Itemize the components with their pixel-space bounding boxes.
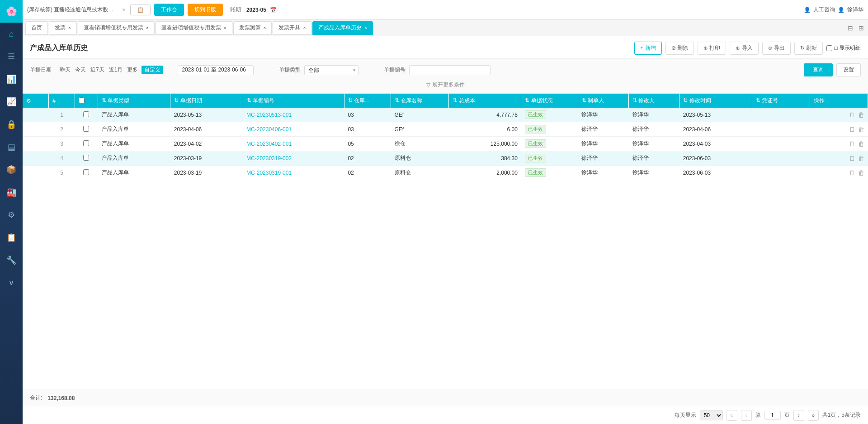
type-filter-select[interactable]: 全部 产品入库单 xyxy=(304,65,359,75)
prev-page-button[interactable]: ‹ xyxy=(741,410,752,421)
row-edit-icon[interactable]: 🗒 xyxy=(849,126,855,133)
tab-home[interactable]: 首页 xyxy=(25,21,48,35)
th-check[interactable] xyxy=(75,94,98,108)
tab-sales-close[interactable]: × xyxy=(146,25,149,30)
sidebar-item-home[interactable]: ⌂ xyxy=(0,23,23,45)
row-delete-icon[interactable]: 🗑 xyxy=(858,155,864,162)
row-check-cell[interactable] xyxy=(75,108,98,122)
th-date[interactable]: ⇅ 单据日期 xyxy=(170,94,243,108)
sidebar-item-stamp[interactable]: 📋 xyxy=(0,226,23,249)
shortcut-custom[interactable]: 自定义 xyxy=(142,66,163,74)
workbench-button[interactable]: 工作台 xyxy=(154,4,184,16)
row-code-cell[interactable]: MC-20230402-001 xyxy=(243,137,344,151)
expand-more-row[interactable]: ▽ 展开更多条件 xyxy=(30,79,861,89)
row-edit-icon[interactable]: 🗒 xyxy=(849,140,855,148)
tab-calc-close[interactable]: × xyxy=(264,25,266,30)
export-button[interactable]: ⊕ 导出 xyxy=(762,42,791,55)
per-page-select[interactable]: 20 50 100 xyxy=(700,410,723,420)
sidebar-item-version[interactable]: V xyxy=(0,272,23,294)
tab-invoice[interactable]: 发票 × xyxy=(49,21,77,35)
tab-invoice-calc[interactable]: 发票测算 × xyxy=(233,21,272,35)
import-button[interactable]: ⊕ 导入 xyxy=(730,42,758,55)
th-code[interactable]: ⇅ 单据编号 xyxy=(243,94,344,108)
th-status[interactable]: ⇅ 单据状态 xyxy=(521,94,578,108)
row-code-cell[interactable]: MC-20230513-001 xyxy=(243,108,344,122)
row-delete-icon[interactable]: 🗑 xyxy=(858,111,864,119)
print-button[interactable]: ⊕ 打印 xyxy=(698,42,726,55)
sidebar-item-tool[interactable]: 🔧 xyxy=(0,249,23,272)
sidebar-item-doc[interactable]: ☰ xyxy=(0,45,23,68)
tab-product-history[interactable]: 产成品入库单历史 × xyxy=(312,21,373,35)
query-button[interactable]: 查询 xyxy=(804,63,833,76)
row-delete-icon[interactable]: 🗑 xyxy=(858,126,864,133)
show-detail-checkbox[interactable] xyxy=(826,45,832,51)
row-edit-icon[interactable]: 🗒 xyxy=(849,111,855,119)
th-creator[interactable]: ⇅ 制单人 xyxy=(578,94,628,108)
row-check-cell[interactable] xyxy=(75,151,98,166)
menu-icon: ▤ xyxy=(8,142,15,152)
window-maximize-button[interactable]: ⊞ xyxy=(857,24,865,32)
row-check-cell[interactable] xyxy=(75,137,98,151)
tab-invoice-calc-label: 发票测算 xyxy=(239,24,261,32)
row-code-cell[interactable]: MC-20230406-001 xyxy=(243,122,344,137)
last-page-button[interactable]: » xyxy=(808,410,819,421)
tab-invoice-close[interactable]: × xyxy=(68,25,71,30)
row-edit-icon[interactable]: 🗒 xyxy=(849,169,855,176)
th-type[interactable]: ⇅ 单据类型 xyxy=(98,94,170,108)
shortcut-7days[interactable]: 近7天 xyxy=(90,66,105,74)
row-checkbox[interactable] xyxy=(83,155,89,161)
row-checkbox[interactable] xyxy=(83,140,89,146)
refresh-button[interactable]: ↻ 刷新 xyxy=(794,42,823,55)
shortcut-1month[interactable]: 近1月 xyxy=(108,66,124,74)
code-filter-input[interactable] xyxy=(409,65,491,75)
th-modify-time[interactable]: ⇅ 修改时间 xyxy=(679,94,752,108)
row-checkbox[interactable] xyxy=(83,111,89,117)
sidebar-item-product[interactable]: 🏭 xyxy=(0,181,23,204)
th-modifier[interactable]: ⇅ 修改人 xyxy=(629,94,679,108)
tab-sales-invoice[interactable]: 查看销项增值税专用发票 × xyxy=(78,21,155,35)
tab-history-close[interactable]: × xyxy=(364,25,367,30)
tab-open-close[interactable]: × xyxy=(303,25,306,30)
help-label[interactable]: 人工咨询 xyxy=(813,6,835,14)
th-total[interactable]: ⇅ 总成本 xyxy=(449,94,521,108)
th-settings[interactable]: ⚙ xyxy=(23,94,49,108)
row-check-cell[interactable] xyxy=(75,122,98,137)
th-warehouse-name[interactable]: ⇅ 仓库名称 xyxy=(391,94,449,108)
row-delete-icon[interactable]: 🗑 xyxy=(858,140,864,148)
show-detail-checkbox-label[interactable]: □ 显示明细 xyxy=(826,44,861,52)
setting-button[interactable]: 设置 xyxy=(836,63,861,76)
row-code-cell[interactable]: MC-20230319-001 xyxy=(243,166,344,180)
row-edit-icon[interactable]: 🗒 xyxy=(849,155,855,162)
tab-purchase-close[interactable]: × xyxy=(224,25,226,30)
tab-invoice-open[interactable]: 发票开具 × xyxy=(273,21,311,35)
th-warehouse-id[interactable]: ⇅ 仓库... xyxy=(344,94,391,108)
row-check-cell[interactable] xyxy=(75,166,98,180)
shortcut-yesterday[interactable]: 昨天 xyxy=(59,66,71,74)
doc-copy-button[interactable]: 📋 xyxy=(130,5,151,15)
delete-button[interactable]: ⊘ 删除 xyxy=(665,42,694,55)
new-button[interactable]: + 新增 xyxy=(634,42,661,55)
sidebar-item-analyze[interactable]: 📈 xyxy=(0,91,23,113)
sidebar-item-settings[interactable]: ⚙ xyxy=(0,204,23,226)
switch-old-button[interactable]: 切到旧版 xyxy=(188,4,223,16)
row-delete-icon[interactable]: 🗑 xyxy=(858,169,864,176)
shortcut-more[interactable]: 更多 xyxy=(126,66,139,74)
th-voucher[interactable]: ⇅ 凭证号 xyxy=(752,94,810,108)
next-page-button[interactable]: › xyxy=(793,410,804,421)
window-minimize-button[interactable]: ⊟ xyxy=(846,24,854,32)
sidebar-item-lock[interactable]: 🔒 xyxy=(0,113,23,136)
date-range-input[interactable] xyxy=(178,65,254,75)
sidebar-item-inventory[interactable]: 📦 xyxy=(0,158,23,181)
app-logo[interactable]: 🌸 xyxy=(0,0,23,23)
sidebar-item-chart[interactable]: 📊 xyxy=(0,68,23,91)
calendar-icon[interactable]: 📅 xyxy=(270,7,277,13)
row-checkbox[interactable] xyxy=(83,126,89,132)
page-input[interactable] xyxy=(764,411,781,420)
row-code-cell[interactable]: MC-20230319-002 xyxy=(243,151,344,166)
row-checkbox[interactable] xyxy=(83,169,89,175)
check-all-checkbox[interactable] xyxy=(79,97,85,103)
shortcut-today[interactable]: 今天 xyxy=(74,66,87,74)
first-page-button[interactable]: « xyxy=(726,410,737,421)
sidebar-item-menu[interactable]: ▤ xyxy=(0,136,23,158)
tab-purchase-invoice[interactable]: 查看进项增值税专用发票 × xyxy=(156,21,232,35)
